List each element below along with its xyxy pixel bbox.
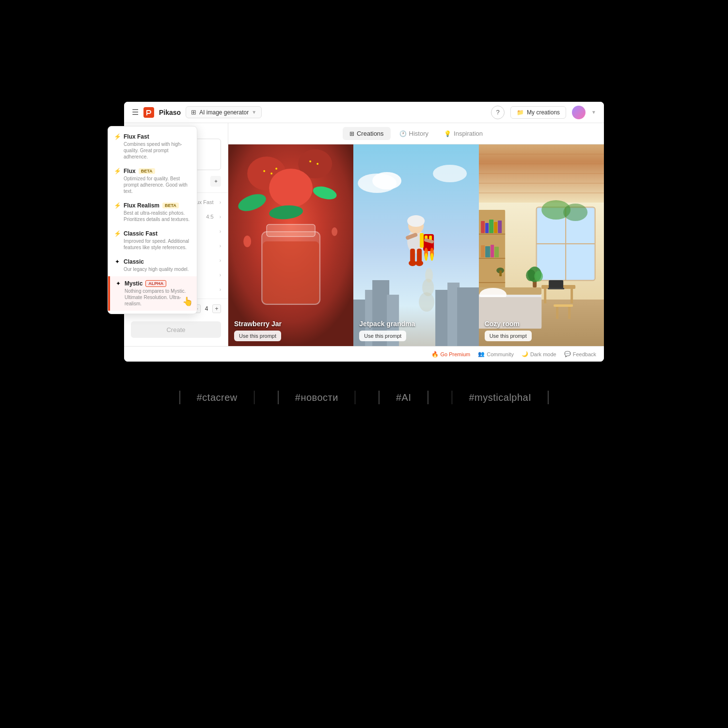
mode-item-flux[interactable]: ⚡ Flux BETA Optimized for quality. Best … (124, 164, 197, 198)
dark-mode-button[interactable]: 🌙 Dark mode (522, 351, 556, 357)
svg-point-43 (415, 260, 423, 266)
community-icon: 👥 (478, 351, 485, 357)
mystic-name: Mystic (125, 280, 142, 287)
inspiration-tab-label: Inspiration (454, 130, 483, 137)
gallery: Strawberry Jar Use this prompt (228, 144, 604, 346)
mode-item-classic[interactable]: ✦ Classic Our legacy high quality model. (124, 254, 197, 276)
gallery-item-cozy[interactable]: Cozy room Use this prompt (479, 144, 604, 346)
mode-item-mystic[interactable]: ✦ Mystic ALPHA Nothing compares to Mysti… (124, 276, 197, 311)
svg-point-16 (332, 227, 337, 236)
mode-arrow: › (220, 200, 221, 205)
camera-arrow: › (220, 258, 221, 263)
flux-name: Flux (124, 168, 136, 174)
svg-point-11 (275, 168, 277, 170)
mode-dropdown: ⚡ Flux Fast Combines speed with high-qua… (124, 126, 197, 314)
classic-desc: Our legacy high quality model. (124, 266, 191, 272)
svg-rect-71 (481, 245, 485, 257)
svg-point-10 (270, 173, 272, 174)
use-prompt-button-strawberry[interactable]: Use this prompt (234, 331, 281, 341)
mode-item-classic-fast[interactable]: ⚡ Classic Fast Improved for speed. Addit… (124, 226, 197, 254)
divider-2 (278, 391, 279, 404)
tool-selector[interactable]: ⊞ AI image generator ▼ (186, 106, 262, 118)
top-bar-right: ? 📁 My creations ▼ (491, 106, 596, 119)
svg-rect-40 (410, 249, 415, 262)
svg-rect-84 (554, 304, 573, 307)
help-button[interactable]: ? (491, 106, 505, 119)
svg-point-13 (317, 163, 318, 165)
gallery-label-jetpack: Jetpack grandma (359, 320, 415, 328)
main-panel: ⊞ Creations 🕐 History 💡 Inspiration (228, 123, 604, 346)
gallery-item-strawberry[interactable]: Strawberry Jar Use this prompt (228, 144, 353, 346)
lighting-arrow: › (220, 272, 221, 278)
svg-point-27 (433, 165, 467, 182)
history-tab-label: History (409, 130, 428, 137)
mystic-badge: ALPHA (145, 280, 166, 287)
use-prompt-button-jetpack[interactable]: Use this prompt (359, 331, 406, 341)
classic-fast-name: Classic Fast (124, 230, 158, 237)
svg-rect-88 (548, 288, 564, 289)
outer-wrapper: ☰ Pikaso ⊞ AI image generator ▼ ? (0, 0, 728, 728)
svg-rect-69 (494, 222, 497, 233)
creations-tab-label: Creations (357, 130, 384, 137)
use-prompt-button-cozy[interactable]: Use this prompt (485, 331, 532, 341)
mode-item-flux-realism[interactable]: ⚡ Flux Realism BETA Best at ultra-realis… (124, 198, 197, 226)
enhance-button[interactable]: ✦ (210, 176, 221, 187)
svg-point-30 (407, 215, 425, 227)
divider-right-1 (548, 391, 549, 404)
bottom-bar: #ctacrew #новости #AI #mysticalphaI (0, 362, 728, 424)
svg-point-3 (269, 169, 313, 207)
mode-item-flux-fast[interactable]: ⚡ Flux Fast Combines speed with high-qua… (124, 129, 197, 164)
user-avatar[interactable] (572, 106, 586, 119)
tab-inspiration[interactable]: 💡 Inspiration (437, 127, 490, 140)
svg-rect-5 (267, 224, 315, 237)
svg-point-61 (563, 204, 587, 221)
help-icon: ? (496, 109, 499, 116)
svg-point-14 (309, 160, 311, 162)
app-window: ☰ Pikaso ⊞ AI image generator ▼ ? (124, 102, 604, 362)
svg-point-42 (409, 260, 416, 266)
images-increase-button[interactable]: + (212, 304, 221, 313)
create-button[interactable]: Create (131, 321, 221, 338)
svg-rect-73 (491, 245, 494, 257)
hamburger-icon[interactable]: ☰ (132, 108, 139, 117)
tab-history[interactable]: 🕐 History (393, 127, 435, 140)
svg-rect-74 (494, 247, 499, 257)
svg-point-92 (534, 271, 543, 282)
svg-rect-66 (481, 221, 485, 233)
top-bar-left: ☰ Pikaso ⊞ AI image generator ▼ (132, 106, 262, 118)
tool-selector-chevron: ▼ (252, 110, 256, 115)
creations-tab-icon: ⊞ (349, 130, 354, 137)
svg-rect-86 (568, 307, 570, 319)
feedback-button[interactable]: 💬 Feedback (564, 351, 596, 357)
go-premium-button[interactable]: 🔥 Go Premium (431, 351, 471, 358)
tool-selector-icon: ⊞ (191, 109, 196, 116)
svg-point-26 (372, 172, 401, 190)
gallery-item-jetpack[interactable]: Jetpack grandma Use this prompt (353, 144, 478, 346)
avatar-chevron: ▼ (591, 110, 596, 115)
svg-rect-83 (570, 289, 573, 303)
gallery-label-strawberry: Strawberry Jar (234, 320, 282, 328)
community-label: Community (487, 351, 514, 357)
community-button[interactable]: 👥 Community (478, 351, 514, 357)
tab-creations[interactable]: ⊞ Creations (343, 127, 391, 140)
svg-point-37 (430, 253, 433, 261)
flux-desc: Optimized for quality. Best prompt adher… (124, 175, 191, 194)
dark-mode-icon: 🌙 (522, 351, 528, 357)
strawberry-bg (228, 144, 353, 346)
svg-point-91 (526, 269, 536, 281)
feedback-icon: 💬 (564, 351, 571, 357)
svg-rect-76 (499, 270, 502, 276)
svg-rect-67 (485, 223, 489, 233)
dark-mode-label: Dark mode (530, 351, 556, 357)
flux-fast-desc: Combines speed with high-quality. Great … (124, 141, 191, 160)
svg-rect-44 (420, 233, 424, 248)
history-tab-icon: 🕐 (399, 130, 407, 137)
premium-icon: 🔥 (431, 351, 439, 358)
hashtag-2: #новости (281, 392, 353, 403)
app-title: Pikaso (159, 109, 181, 116)
my-creations-button[interactable]: 📁 My creations (510, 106, 566, 119)
hashtag-1: #ctacrew (182, 392, 252, 403)
tab-bar: ⊞ Creations 🕐 History 💡 Inspiration (228, 123, 604, 144)
style-arrow: › (220, 229, 221, 234)
cozy-bg (479, 144, 604, 346)
